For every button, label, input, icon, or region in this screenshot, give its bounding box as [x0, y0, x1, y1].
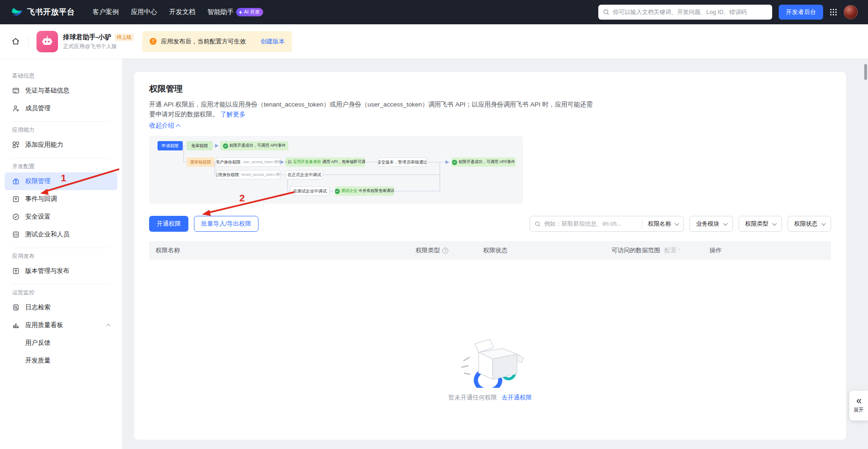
permission-search-input[interactable] [544, 221, 637, 227]
sidebar-item-label: 权限管理 [25, 177, 50, 185]
sidebar-item-events-callbacks[interactable]: 事件与回调 [5, 190, 117, 208]
open-permission-button[interactable]: 开通权限 [149, 216, 188, 232]
permission-icon [12, 178, 20, 185]
search-field-select[interactable]: 权限名称 [642, 220, 683, 228]
scope-config-link[interactable]: 配置 [664, 246, 680, 255]
sidebar-item-user-feedback[interactable]: 用户反馈 [5, 334, 117, 352]
chevron-down-icon [723, 221, 728, 226]
flow-node-label: 免审权限 [191, 143, 208, 149]
sidebar-item-members[interactable]: 成员管理 [5, 100, 117, 117]
flow-node-label: 申请权限 [162, 143, 179, 149]
app-status-badge: 待上线 [115, 34, 134, 41]
warning-icon [150, 38, 157, 45]
sidebar-item-label: 添加应用能力 [25, 141, 63, 149]
sidebar-divider [12, 158, 109, 158]
sidebar-item-quality-dashboard[interactable]: 应用质量看板 [5, 316, 117, 334]
release-arrow-icon [12, 267, 20, 275]
sidebar-item-label: 日志检索 [25, 303, 50, 312]
help-icon[interactable] [442, 248, 448, 254]
permission-flow-diagram: 申请权限 免审权限 权限开通成功，可调用 API/事件 需审核权限 用户身份权限… [149, 136, 523, 204]
flow-node-label: 应用身份权限 [216, 172, 239, 178]
sidebar-item-dev-quality[interactable]: 开发质量 [5, 352, 117, 370]
nav-item-ai-assistant-label: 智能助手 [208, 8, 234, 16]
sidebar-item-label: 用户反馈 [25, 339, 50, 347]
chevron-down-icon [821, 221, 826, 226]
apps-grid-icon[interactable] [830, 8, 837, 16]
double-chevron-left-icon [855, 398, 862, 404]
go-open-permission-link[interactable]: 去开通权限 [502, 394, 532, 401]
code-brackets-icon [12, 231, 20, 238]
table-header: 权限名称 权限类型 权限状态 可访问的数据范围配置 操作 [149, 241, 831, 260]
filter-permission-status[interactable]: 权限状态 [788, 216, 831, 232]
description-text: 开通 API 权限后，应用才能以应用身份（tenant_access_token… [149, 101, 593, 118]
learn-more-link[interactable]: 了解更多 [220, 111, 245, 118]
flow-node-label: 提交版本，管理员审核通过 [378, 159, 427, 165]
sidebar-item-permissions[interactable]: 权限管理 [5, 172, 117, 190]
flow-node-label: 权限开通成功，可调用 API/事件 [459, 159, 515, 165]
capability-icon [12, 141, 20, 149]
chevron-down-icon [674, 221, 679, 226]
column-permission-type: 权限类型 [416, 246, 483, 255]
column-label: 操作 [710, 246, 722, 255]
sidebar-item-credentials[interactable]: 凭证与基础信息 [5, 82, 117, 100]
security-shield-icon [12, 213, 20, 221]
flow-node-label: 在正式企业中调试 [287, 172, 321, 178]
column-label: 权限状态 [483, 246, 508, 255]
nav-item-customer-cases[interactable]: 客户案例 [93, 8, 119, 16]
create-version-link[interactable]: 创建版本 [260, 37, 285, 46]
column-label: 权限名称 [156, 246, 180, 255]
column-label: 权限类型 [416, 246, 440, 255]
flow-node-note: tenant_access_token 调用 [242, 172, 280, 177]
scrollbar-thumb[interactable] [864, 64, 867, 80]
topbar: 飞书开放平台 客户案例 应用中心 开发文档 智能助手 AI 开发 开发者后台 [0, 0, 868, 24]
app-name: 排球君助手-小驴 [63, 33, 111, 42]
sidebar-item-security-settings[interactable]: 安全设置 [5, 208, 117, 226]
appbar: 排球君助手-小驴 待上线 正式应用@飞书个人版 应用发布后，当前配置方可生效 创… [0, 24, 868, 59]
check-icon [286, 160, 286, 165]
flow-node-highlight: 应用开发者身份 [293, 159, 321, 165]
collapse-intro-link[interactable]: 收起介绍 [149, 121, 174, 130]
batch-import-export-button[interactable]: 批量导入/导出权限 [194, 216, 258, 232]
sidebar-item-add-capability[interactable]: 添加应用能力 [5, 136, 117, 154]
nav-item-ai-assistant[interactable]: 智能助手 AI 开发 [208, 8, 263, 16]
sidebar-section-basic-info: 基础信息 [0, 72, 122, 82]
flow-node-user-permission: 用户身份权限user_access_token 调用 [216, 157, 280, 167]
column-permission-name: 权限名称 [156, 246, 416, 255]
flow-node-label: 中所有权限免审调试 [359, 188, 394, 194]
flow-node-note: user_access_token 调用 [243, 160, 280, 164]
main-content: 权限管理 开通 API 权限后，应用才能以应用身份（tenant_access_… [122, 59, 868, 449]
empty-box-illustration [451, 328, 530, 388]
brand-name: 飞书开放平台 [27, 7, 75, 17]
flow-node-success-right: 权限开通成功，可调用 API/事件 [452, 157, 516, 167]
ai-dev-badge: AI 开发 [236, 8, 263, 16]
flow-node-label: 以 [287, 159, 292, 165]
developer-console-button[interactable]: 开发者后台 [779, 5, 823, 20]
permission-card: 权限管理 开通 API 权限后，应用才能以应用身份（tenant_access_… [134, 72, 846, 440]
filter-permission-type[interactable]: 权限类型 [739, 216, 782, 232]
brand[interactable]: 飞书开放平台 [10, 6, 75, 19]
flow-node-dev-debug: 以应用开发者身份调用 API，免审核即可调试 [286, 157, 365, 167]
filter-business-module[interactable]: 业务模块 [689, 216, 733, 232]
nav-item-app-center[interactable]: 应用中心 [131, 8, 157, 16]
home-button[interactable] [11, 37, 20, 46]
appbar-divider [28, 36, 29, 47]
sidebar-item-label: 凭证与基础信息 [25, 86, 70, 95]
topbar-search [598, 5, 772, 20]
avatar[interactable] [844, 5, 858, 19]
log-search-icon [12, 304, 20, 311]
flow-node-need-review: 需审核权限 [187, 157, 215, 167]
topbar-search-input[interactable] [613, 9, 768, 15]
flow-node-label: 用户身份权限 [216, 159, 241, 165]
sidebar-item-label: 应用质量看板 [25, 321, 63, 329]
flow-node-apply: 申请权限 [158, 141, 183, 150]
search-icon [535, 221, 541, 227]
sidebar-item-label: 版本管理与发布 [25, 267, 70, 275]
sidebar-item-test-enterprise[interactable]: 测试企业和人员 [5, 226, 117, 243]
app-icon [36, 31, 58, 52]
nav-item-dev-docs[interactable]: 开发文档 [169, 8, 195, 16]
expand-panel-button[interactable]: 展开 [849, 391, 868, 420]
home-icon [11, 37, 20, 46]
sidebar-item-log-search[interactable]: 日志检索 [5, 299, 117, 316]
sidebar-item-version-release[interactable]: 版本管理与发布 [5, 262, 117, 280]
robot-icon [41, 35, 54, 48]
